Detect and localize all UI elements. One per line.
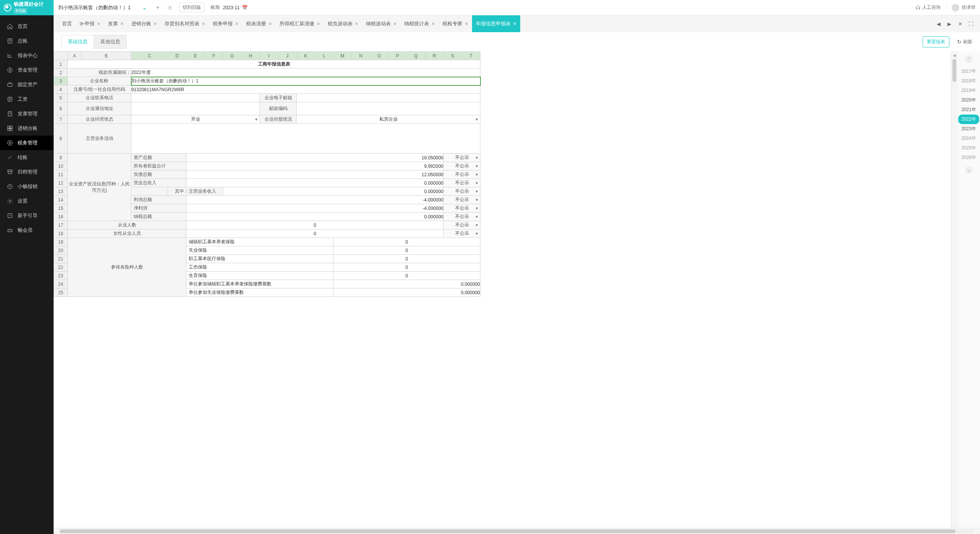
disclosure-select[interactable]: 不公示▼ [444, 204, 480, 213]
year-item[interactable]: 2022年 [958, 115, 979, 124]
calendar-icon[interactable]: 📅 [242, 5, 248, 10]
year-item[interactable]: 2021年 [958, 105, 979, 115]
year-item[interactable]: 2020年 [958, 95, 979, 105]
sidebar-item-funds[interactable]: 资金管理 [0, 63, 54, 77]
col-header[interactable]: A [68, 52, 82, 60]
value-cell[interactable]: 0 [333, 238, 480, 246]
col-header[interactable]: S [444, 52, 462, 60]
value-cell[interactable]: 9.992000 [186, 162, 444, 170]
row-header[interactable]: 3 [54, 77, 68, 85]
reset-report-button[interactable]: 重置报表 [923, 36, 949, 48]
account-settings-button[interactable] [166, 4, 174, 11]
value-cell[interactable]: 2022年度 [131, 69, 480, 77]
row-header[interactable]: 8 [54, 124, 68, 154]
tabs-next-button[interactable]: ▶ [945, 19, 954, 28]
row-header[interactable]: 24 [54, 280, 68, 288]
row-header[interactable]: 18 [54, 229, 68, 238]
sidebar-item-report[interactable]: 报表中心 [0, 48, 54, 63]
tab[interactable]: 发票✕ [104, 15, 127, 32]
col-header[interactable]: L [315, 52, 333, 60]
row-header[interactable]: 21 [54, 255, 68, 263]
close-icon[interactable]: ✕ [202, 21, 205, 26]
tabs-prev-button[interactable]: ◀ [934, 19, 943, 28]
value-cell[interactable]: 0 [333, 272, 480, 280]
row-header[interactable]: 11 [54, 170, 68, 179]
value-cell[interactable] [297, 102, 480, 115]
col-header[interactable]: E [186, 52, 205, 60]
row-header[interactable]: 5 [54, 94, 68, 102]
tab[interactable]: 年报信息申报表✕ [472, 15, 520, 32]
close-icon[interactable]: ✕ [431, 21, 435, 26]
col-header[interactable]: T [462, 52, 480, 60]
value-cell[interactable]: 0.000000 [333, 280, 480, 288]
tab[interactable]: 税表清册✕ [242, 15, 276, 32]
dropdown-cell[interactable]: 开业▼ [131, 115, 260, 124]
value-cell[interactable] [131, 102, 260, 115]
tab[interactable]: 首页 [58, 15, 76, 32]
col-header[interactable]: D [168, 52, 186, 60]
row-header[interactable]: 10 [54, 162, 68, 170]
col-header[interactable]: P [389, 52, 407, 60]
user-menu[interactable]: 徐泽华 [947, 4, 975, 11]
close-icon[interactable]: ✕ [465, 21, 468, 26]
close-icon[interactable]: ✕ [393, 21, 397, 26]
sidebar-item-vip[interactable]: 畅会员 [0, 223, 54, 238]
row-header[interactable]: 23 [54, 272, 68, 280]
period-value[interactable]: 2023-11 [223, 5, 240, 10]
subtab[interactable]: 基础信息 [61, 35, 94, 49]
value-cell[interactable]: 0 [186, 229, 444, 238]
col-header[interactable]: H [242, 52, 260, 60]
row-header[interactable]: 1 [54, 60, 68, 69]
tab[interactable]: 税检专家✕ [439, 15, 472, 32]
row-header[interactable]: 7 [54, 115, 68, 124]
close-icon[interactable]: ✕ [154, 21, 157, 26]
row-header[interactable]: 17 [54, 221, 68, 229]
add-account-button[interactable]: + [154, 4, 162, 11]
row-header[interactable]: 25 [54, 288, 68, 297]
vertical-scrollbar[interactable]: ◀ [951, 51, 957, 528]
close-icon[interactable]: ✕ [120, 21, 124, 26]
value-cell[interactable] [131, 124, 480, 154]
row-header[interactable]: 15 [54, 204, 68, 213]
col-header[interactable]: N [352, 52, 370, 60]
sidebar-item-close[interactable]: 结账 [0, 150, 54, 165]
sidebar-item-expense[interactable]: 小畅报销 [0, 179, 54, 194]
disclosure-select[interactable]: 不公示▼ [444, 162, 480, 170]
value-cell[interactable]: 0 [333, 263, 480, 272]
value-cell[interactable] [297, 94, 480, 102]
value-cell[interactable]: 0.000000 [333, 288, 480, 297]
sidebar-item-guide[interactable]: 新手引导 [0, 208, 54, 223]
row-header[interactable]: 22 [54, 263, 68, 272]
tab[interactable]: 存货别名对照表✕ [161, 15, 209, 32]
disclosure-select[interactable]: 不公示▼ [444, 221, 480, 229]
sidebar-item-stock[interactable]: 进销台账 [0, 121, 54, 136]
col-header[interactable]: F [205, 52, 223, 60]
sidebar-item-asset[interactable]: 固定资产 [0, 77, 54, 92]
value-cell[interactable] [131, 94, 260, 102]
year-item[interactable]: 2023年 [958, 124, 979, 134]
row-header[interactable]: 9 [54, 154, 68, 162]
subtab[interactable]: 其他信息 [94, 35, 127, 49]
collapse-rail-icon[interactable]: ◀ [951, 52, 957, 58]
sidebar-item-invoice[interactable]: 发票管理 [0, 106, 54, 121]
tab[interactable]: 纳税波动表✕ [362, 15, 400, 32]
value-cell[interactable]: 0 [186, 221, 444, 229]
value-cell[interactable]: -4.000000 [186, 196, 444, 204]
col-header[interactable]: J [278, 52, 297, 60]
sidebar-item-settings[interactable]: 设置 [0, 194, 54, 208]
close-icon[interactable]: ✕ [268, 21, 272, 26]
row-header[interactable]: 2 [54, 69, 68, 77]
close-icon[interactable]: ✕ [355, 21, 358, 26]
refresh-button[interactable]: 刷新 [957, 39, 972, 45]
disclosure-select[interactable]: 不公示▼ [444, 154, 480, 162]
fullscreen-button[interactable]: ⛶ [966, 19, 975, 28]
disclosure-select[interactable]: 不公示▼ [444, 170, 480, 179]
year-up-button[interactable]: ⌃ [965, 55, 973, 63]
disclosure-select[interactable]: 不公示▼ [444, 196, 480, 204]
dropdown-cell[interactable]: 私营企业▼ [297, 115, 480, 124]
col-header[interactable]: K [297, 52, 315, 60]
close-icon[interactable]: ✕ [513, 21, 516, 26]
old-version-button[interactable]: 切到旧版 [179, 3, 204, 12]
customer-service-button[interactable]: 人工咨询 [915, 4, 941, 11]
hscrollbar-thumb[interactable] [60, 529, 956, 533]
